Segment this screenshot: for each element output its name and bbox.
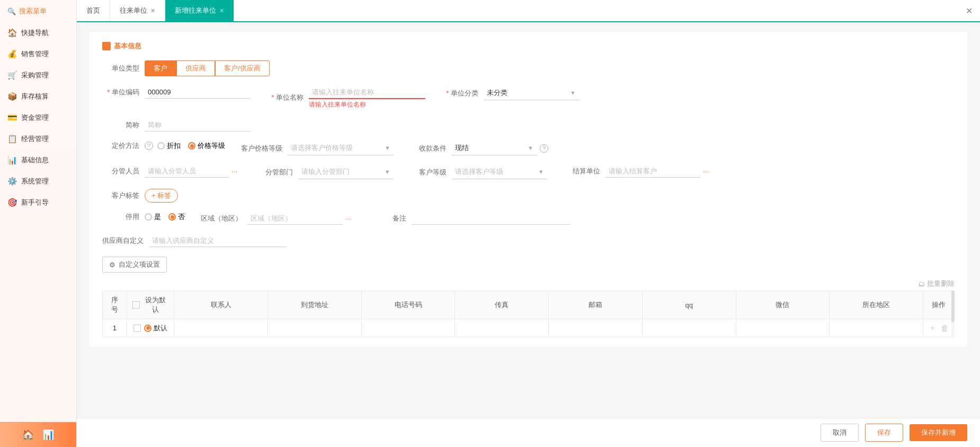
customer-price-level-placeholder: 请选择客户价格等级 [291, 143, 353, 153]
tab-new-unit-close[interactable]: ✕ [219, 7, 224, 14]
fax-input[interactable] [460, 324, 543, 332]
disabled-yes-radio[interactable]: 是 [145, 212, 161, 222]
cell-region[interactable] [830, 319, 923, 337]
customer-price-level-select[interactable]: 请选择客户价格等级 ▼ [288, 141, 394, 155]
add-row-btn[interactable]: ＋ [929, 323, 937, 333]
col-region: 所在地区 [830, 291, 923, 319]
unit-type-customer-btn[interactable]: 客户 [145, 60, 176, 76]
sidebar-item-inventory[interactable]: 📦 库存核算 [0, 86, 76, 107]
sidebar-item-finance[interactable]: 💳 资金管理 [0, 107, 76, 128]
qq-input[interactable] [648, 324, 730, 332]
disabled-no-radio[interactable]: 否 [168, 212, 185, 222]
unit-category-select[interactable]: 未分类 ▼ [484, 86, 579, 100]
main-area: 首页 往来单位 ✕ 新增往来单位 ✕ ✕ 基本信息 单位类型 客户 [77, 0, 980, 447]
custom-settings-button[interactable]: ⚙ 自定义项设置 [102, 257, 167, 273]
delete-row-btn[interactable]: 🗑 [941, 323, 949, 332]
discount-radio-label: 折扣 [167, 141, 181, 151]
save-button[interactable]: 保存 [865, 424, 903, 442]
cell-contact[interactable] [174, 319, 268, 337]
customer-level-arrow: ▼ [538, 169, 544, 175]
add-tag-button[interactable]: + 标签 [145, 189, 178, 203]
payment-terms-select[interactable]: 现结 ▼ [452, 141, 537, 155]
col-address: 到货地址 [268, 291, 362, 319]
department-arrow: ▼ [385, 169, 390, 175]
region-input[interactable] [247, 212, 343, 225]
no-radio-circle [168, 213, 176, 221]
unit-type-group: 客户 供应商 客户/供应商 [145, 60, 270, 76]
supplier-custom-input[interactable] [149, 234, 287, 247]
abbr-input[interactable] [145, 119, 251, 132]
sidebar-bottom-icon2: 📊 [42, 429, 54, 441]
disabled-field: 停用 是 否 [102, 212, 185, 222]
customer-level-select[interactable]: 请选择客户等级 ▼ [452, 165, 547, 179]
row-default-radio[interactable]: 默认 [144, 323, 167, 333]
abbr-label: 简称 [102, 120, 145, 130]
manager-input[interactable] [145, 165, 229, 178]
unit-name-input[interactable] [309, 86, 425, 99]
cell-wechat[interactable] [736, 319, 830, 337]
cell-fax[interactable] [455, 319, 549, 337]
unit-category-value: 未分类 [487, 88, 507, 98]
sidebar-item-operations[interactable]: 📋 经营管理 [0, 128, 76, 150]
customer-level-placeholder: 请选择客户等级 [455, 167, 503, 177]
unit-code-input[interactable] [145, 86, 251, 99]
region-more-btn[interactable]: ··· [343, 214, 353, 223]
contact-input[interactable] [180, 324, 262, 332]
unit-type-supplier-btn[interactable]: 供应商 [176, 60, 215, 76]
unit-code-field: 单位编码 [102, 86, 251, 99]
tab-units[interactable]: 往来单位 ✕ [110, 0, 165, 21]
sidebar-item-new-guide[interactable]: 🎯 新手引导 [0, 192, 76, 213]
tabbar: 首页 往来单位 ✕ 新增往来单位 ✕ ✕ [77, 0, 980, 22]
inventory-icon: 📦 [7, 92, 17, 101]
row-actions: ＋ 🗑 [929, 323, 949, 333]
wechat-input[interactable] [742, 324, 824, 332]
tab-units-close[interactable]: ✕ [150, 7, 155, 14]
tab-home-label: 首页 [86, 6, 100, 15]
new-guide-icon: 🎯 [7, 198, 17, 207]
cell-qq[interactable] [642, 319, 736, 337]
row-checkbox[interactable] [133, 325, 141, 332]
phone-input[interactable] [367, 324, 450, 332]
tabbar-close-button[interactable]: ✕ [958, 6, 980, 16]
settlement-more-btn[interactable]: ··· [701, 167, 711, 176]
cell-default: 默认 [127, 319, 174, 337]
pricing-radio-price-level[interactable]: 价格等级 [188, 141, 225, 151]
basic-info-card: 基本信息 单位类型 客户 供应商 客户/供应商 单位编码 [90, 32, 967, 347]
email-input[interactable] [554, 324, 637, 332]
custom-settings-row: ⚙ 自定义项设置 [102, 257, 955, 279]
sidebar-item-sales[interactable]: 💰 销售管理 [0, 43, 76, 65]
col-qq: qq [642, 291, 736, 319]
pricing-help-icon[interactable]: ? [145, 142, 153, 150]
manager-more-btn[interactable]: ··· [229, 167, 240, 176]
payment-help-icon[interactable]: ? [540, 144, 548, 153]
save-new-button[interactable]: 保存并新增 [910, 424, 967, 441]
col-contact: 联系人 [174, 291, 268, 319]
batch-delete-label[interactable]: 批量删除 [927, 279, 955, 288]
sidebar-item-basic-info[interactable]: 📊 基础信息 [0, 150, 76, 171]
unit-type-both-btn[interactable]: 客户/供应商 [215, 60, 270, 76]
region-table-input[interactable] [835, 324, 917, 332]
remark-input[interactable] [412, 212, 571, 225]
department-select[interactable]: 请输入分管部门 ▼ [298, 165, 394, 179]
sidebar-item-quick-nav[interactable]: 🏠 快捷导航 [0, 22, 76, 43]
search-menu[interactable]: 🔍 搜索菜单 [0, 0, 76, 22]
customer-level-field: 客户等级 请选择客户等级 ▼ [409, 165, 547, 179]
pricing-radio-discount[interactable]: 折扣 [157, 141, 181, 151]
cell-address[interactable] [268, 319, 362, 337]
tab-home[interactable]: 首页 [77, 0, 110, 21]
header-checkbox[interactable] [132, 301, 140, 309]
customer-tag-label: 客户标签 [102, 191, 145, 200]
scrollbar-thumb[interactable] [951, 291, 955, 322]
cancel-button[interactable]: 取消 [821, 424, 859, 442]
payment-terms-field: 收款条件 现结 ▼ ? [409, 141, 548, 155]
tab-new-unit[interactable]: 新增往来单位 ✕ [165, 0, 234, 21]
sidebar-item-purchase[interactable]: 🛒 采购管理 [0, 65, 76, 86]
cell-phone[interactable] [361, 319, 455, 337]
sidebar-item-system[interactable]: ⚙️ 系统管理 [0, 171, 76, 192]
basic-info-icon: 📊 [7, 155, 17, 165]
customer-price-level-arrow: ▼ [385, 145, 390, 151]
cell-email[interactable] [549, 319, 643, 337]
payment-terms-label: 收款条件 [409, 144, 452, 153]
address-input[interactable] [273, 324, 356, 332]
settlement-unit-input[interactable] [605, 165, 701, 178]
